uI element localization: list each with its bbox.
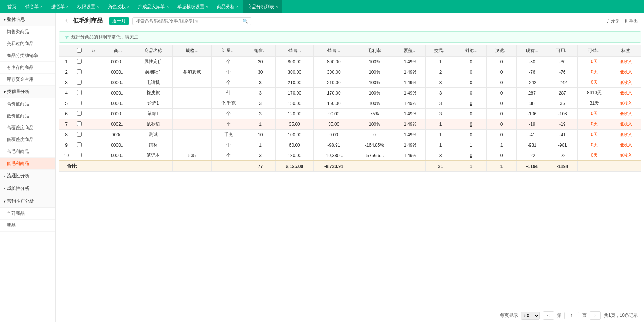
col-header-unit[interactable]: 计量... <box>211 45 245 57</box>
sidebar-group-overall[interactable]: ▾ 整体信息 <box>0 13 55 26</box>
page-number-input[interactable] <box>564 312 579 319</box>
row-view1[interactable]: 0 <box>456 109 486 119</box>
close-product-analysis-icon[interactable]: × <box>236 5 238 9</box>
row-view1[interactable]: 0 <box>456 98 486 109</box>
sidebar-group-cluster[interactable]: ▾ 类群量分析 <box>0 86 55 98</box>
col-header-sellable[interactable]: 可销... <box>578 45 611 57</box>
row-seq: 9 <box>59 140 74 150</box>
col-header-stock-current[interactable]: 现有... <box>517 45 547 57</box>
row-checkbox[interactable] <box>77 80 82 85</box>
row-checkbox[interactable] <box>77 121 82 126</box>
sidebar-item-all-products[interactable]: 全部商品 <box>0 208 55 220</box>
search-icon[interactable]: 🔍 <box>243 19 248 24</box>
row-view1[interactable]: 0 <box>456 57 486 67</box>
time-filter-button[interactable]: 近一月 <box>109 17 129 25</box>
per-page-select[interactable]: 50 100 200 <box>521 312 540 320</box>
sidebar-item-in-stock[interactable]: 有库存的商品 <box>0 62 55 74</box>
col-header-settings[interactable]: ⚙ <box>85 45 102 57</box>
row-view1[interactable]: 0 <box>456 130 486 140</box>
col-header-check[interactable] <box>74 45 85 57</box>
close-permissions-icon[interactable]: × <box>97 5 99 9</box>
nav-product-warehouse[interactable]: 产成品入库单 × <box>134 0 173 13</box>
nav-role-auth[interactable]: 角色授权 × <box>103 0 134 13</box>
close-product-warehouse-icon[interactable]: × <box>166 5 169 9</box>
col-header-transaction[interactable]: 交易... <box>425 45 456 57</box>
sidebar-item-high-value[interactable]: 高价值商品 <box>0 98 55 110</box>
row-check[interactable] <box>74 77 85 88</box>
row-check[interactable] <box>74 67 85 77</box>
col-header-sales-qty[interactable]: 销售... <box>245 45 276 57</box>
sidebar-item-high-margin[interactable]: 高毛利商品 <box>0 146 55 158</box>
row-view1[interactable]: 0 <box>456 67 486 77</box>
sidebar-item-traded-products[interactable]: 交易过的商品 <box>0 38 55 50</box>
row-check[interactable] <box>74 109 85 119</box>
sidebar-toggle-button[interactable]: 《 <box>62 16 69 26</box>
row-checkbox[interactable] <box>77 69 82 74</box>
row-view1[interactable]: 0 <box>456 150 486 161</box>
col-header-sales-amount[interactable]: 销售... <box>314 45 354 57</box>
row-checkbox[interactable] <box>77 132 82 137</box>
row-gross-rate: 100% <box>354 88 395 98</box>
nav-product-analysis-list[interactable]: 商品分析列表 × <box>243 0 282 13</box>
close-sales-order-icon[interactable]: × <box>40 5 42 9</box>
row-spec: 535 <box>173 150 211 161</box>
row-view1[interactable]: 0 <box>456 88 486 98</box>
row-view1[interactable]: 0 <box>456 77 486 88</box>
sidebar-item-stock-capital[interactable]: 库存资金占用 <box>0 74 55 86</box>
sidebar-item-high-coverage[interactable]: 高覆盖度商品 <box>0 122 55 134</box>
sidebar-item-low-value[interactable]: 低价值商品 <box>0 110 55 122</box>
nav-purchase-order[interactable]: 进货单 × <box>47 0 73 13</box>
row-check[interactable] <box>74 140 85 150</box>
row-checkbox[interactable] <box>77 59 82 64</box>
row-transaction: 3 <box>425 109 456 119</box>
row-check[interactable] <box>74 130 85 140</box>
close-product-analysis-list-icon[interactable]: × <box>276 5 278 9</box>
col-header-sales-price[interactable]: 销售... <box>276 45 314 57</box>
sidebar-group-marketing[interactable]: ▾ 营销推广分析 <box>0 195 55 208</box>
sidebar-group-circulation[interactable]: ▸ 流通性分析 <box>0 170 55 182</box>
close-role-auth-icon[interactable]: × <box>127 5 129 9</box>
col-header-gross-rate[interactable]: 毛利率 <box>354 45 395 57</box>
nav-sales-order[interactable]: 销货单 × <box>21 0 47 13</box>
col-header-coverage[interactable]: 覆盖... <box>395 45 425 57</box>
total-available: -1194 <box>547 161 578 172</box>
nav-template-settings[interactable]: 单据模板设置 × <box>173 0 212 13</box>
row-spec <box>173 140 211 150</box>
row-view1[interactable]: 1 <box>456 140 486 150</box>
row-checkbox[interactable] <box>77 101 82 105</box>
content-area: 《 低毛利商品 近一月 🔍 ⤴ 分享 ⬇ 导出 ☆ 这部分商品的利润非常低， <box>56 13 644 322</box>
col-header-view1[interactable]: 浏览... <box>456 45 486 57</box>
col-header-view2[interactable]: 浏览... <box>486 45 517 57</box>
row-view1[interactable]: 0 <box>456 119 486 130</box>
export-button[interactable]: ⬇ 导出 <box>624 18 638 24</box>
close-purchase-order-icon[interactable]: × <box>66 5 68 9</box>
row-checkbox[interactable] <box>77 142 82 147</box>
col-header-code[interactable]: 商... <box>102 45 134 57</box>
row-checkbox[interactable] <box>77 111 82 116</box>
row-check[interactable] <box>74 98 85 109</box>
next-page-button[interactable]: ＞ <box>590 311 601 320</box>
col-header-available[interactable]: 可用... <box>547 45 578 57</box>
row-check[interactable] <box>74 88 85 98</box>
nav-home[interactable]: 首页 <box>3 0 21 13</box>
nav-product-analysis[interactable]: 商品分析 × <box>212 0 243 13</box>
sidebar-item-new-products[interactable]: 新品 <box>0 220 55 232</box>
row-check[interactable] <box>74 57 85 67</box>
col-header-spec[interactable]: 规格... <box>173 45 211 57</box>
nav-permissions[interactable]: 权限设置 × <box>73 0 103 13</box>
row-checkbox[interactable] <box>77 90 82 95</box>
prev-page-button[interactable]: ＜ <box>543 311 554 320</box>
sidebar-group-growth[interactable]: ▸ 成长性分析 <box>0 182 55 195</box>
row-check[interactable] <box>74 150 85 161</box>
sidebar-item-low-coverage[interactable]: 低覆盖度商品 <box>0 134 55 146</box>
share-button[interactable]: ⤴ 分享 <box>607 18 619 24</box>
sidebar-item-category-rate[interactable]: 商品分类助销率 <box>0 50 55 62</box>
search-input[interactable] <box>136 19 243 24</box>
sidebar-item-sales-products[interactable]: 销售类商品 <box>0 26 55 38</box>
row-checkbox[interactable] <box>77 153 82 157</box>
row-check[interactable] <box>74 119 85 130</box>
sidebar-item-low-margin[interactable]: 低毛利商品 <box>0 158 55 170</box>
close-template-settings-icon[interactable]: × <box>206 5 208 9</box>
select-all-checkbox[interactable] <box>77 48 82 53</box>
col-header-name[interactable]: 商品名称 <box>134 45 173 57</box>
